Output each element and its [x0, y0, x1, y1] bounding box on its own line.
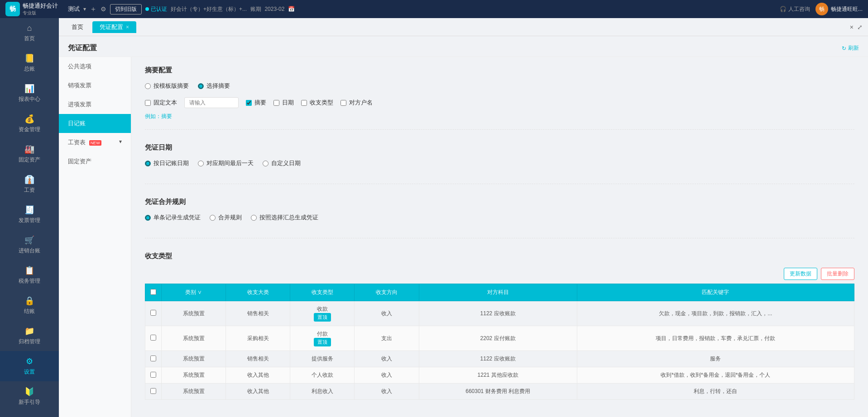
fund-icon: 💰: [24, 114, 34, 124]
row-checkbox[interactable]: [150, 388, 156, 394]
row-checkbox[interactable]: [150, 355, 156, 361]
custom-date-radio[interactable]: 自定义日期: [263, 159, 301, 167]
sidebar-item-assets[interactable]: 🏭 固定资产: [0, 139, 59, 169]
summary-template-radio[interactable]: 按模板版摘要: [145, 82, 189, 90]
select-total-radio[interactable]: 按照选择汇总生成凭证: [251, 213, 318, 222]
sub-nav-sales-invoice[interactable]: 销项发票: [59, 76, 131, 95]
sub-nav-public[interactable]: 公共选项: [59, 57, 131, 76]
sidebar-item-home[interactable]: ⌂ 首页: [0, 18, 59, 48]
sidebar-item-member[interactable]: 👑 畅会员: [0, 412, 59, 417]
company-dropdown-icon[interactable]: ▾: [83, 6, 86, 12]
sub-nav-salary-table[interactable]: 工资表 NEW ▾: [59, 133, 131, 152]
table-header-row: 更新数据 批量删除: [145, 268, 854, 280]
sidebar-item-settings[interactable]: ⚙ 设置: [0, 351, 59, 381]
income-type-title: 收支类型: [145, 252, 854, 261]
topbar: 畅 畅捷通好会计 专业版 测试 ▾ ＋ ⚙ 切到旧版 已认证 好会计（专）+好生…: [0, 0, 868, 18]
pin-button[interactable]: 置顶: [314, 338, 331, 346]
summary-config-section: 摘要配置 按模板版摘要 选择摘要: [145, 66, 854, 130]
user-menu[interactable]: 畅 畅捷通旺旺...: [815, 3, 863, 15]
row-account: 1122 应收账款: [419, 301, 577, 326]
row-direction: 收入: [355, 384, 419, 400]
merge-rule-radio[interactable]: 合并规则: [210, 213, 242, 222]
page-title: 凭证配置: [68, 43, 97, 53]
sidebar-item-invoice-mgmt[interactable]: 🧾 发票管理: [0, 199, 59, 230]
row-keywords: 服务: [577, 351, 854, 367]
summary-checkbox[interactable]: 摘要: [246, 99, 266, 107]
company-name: 测试: [68, 5, 80, 13]
status-badge: 已认证: [145, 5, 167, 13]
sub-nav-purchase-invoice[interactable]: 进项发票: [59, 95, 131, 114]
fixed-text-checkbox[interactable]: 固定文本: [145, 99, 177, 107]
table-header-major: 收支大类: [226, 284, 290, 301]
merge-rules-radio-group: 单条记录生成凭证 合并规则 按照选择汇总生成凭证: [145, 213, 854, 222]
sidebar-item-archive[interactable]: 📁 归档管理: [0, 321, 59, 351]
voucher-date-title: 凭证日期: [145, 143, 854, 152]
assets-icon: 🏭: [24, 144, 34, 154]
voucher-date-radio-group: 按日记账日期 对应期间最后一天 自定义日期: [145, 159, 854, 167]
row-checkbox[interactable]: [150, 335, 156, 341]
period-last-radio[interactable]: 对应期间最后一天: [198, 159, 254, 167]
tab-voucher-config[interactable]: 凭证配置 ×: [92, 21, 136, 33]
summary-checkbox-row: 固定文本 摘要 日期 收支类型: [145, 97, 854, 108]
content-area: 首页 凭证配置 × × ⤢ 凭证配置 ↻ 刷新 公共选项: [59, 18, 868, 417]
add-icon[interactable]: ＋: [90, 5, 97, 14]
expand-window-button[interactable]: ⤢: [857, 24, 863, 31]
row-direction: 收入: [355, 367, 419, 384]
row-major: 销售相关: [226, 301, 290, 326]
sidebar-item-ledger[interactable]: 📒 总账: [0, 48, 59, 78]
row-major: 采购相关: [226, 326, 290, 351]
counterpart-checkbox[interactable]: 对方户名: [340, 99, 373, 107]
row-type: 收款 置顶: [290, 301, 355, 326]
row-checkbox[interactable]: [150, 310, 156, 316]
row-checkbox-cell: [145, 326, 162, 351]
sidebar-item-fund[interactable]: 💰 资金管理: [0, 109, 59, 139]
summary-select-radio[interactable]: 选择摘要: [198, 82, 230, 90]
row-category: 系统预置: [162, 367, 226, 384]
table-header-category: 类别 ∨: [162, 284, 226, 301]
accounting-info: 好会计（专）+好生意（标）+...: [171, 5, 247, 13]
sidebar-item-report[interactable]: 📊 报表中心: [0, 78, 59, 109]
row-type: 个人收款: [290, 367, 355, 384]
tax-icon: 📋: [24, 265, 34, 275]
journal-date-radio[interactable]: 按日记账日期: [145, 159, 189, 167]
update-data-button[interactable]: 更新数据: [784, 268, 817, 280]
salary-icon: 👔: [24, 175, 34, 185]
calendar-icon[interactable]: 📅: [288, 6, 295, 12]
sidebar-item-salary[interactable]: 👔 工资: [0, 169, 59, 199]
gear-icon[interactable]: ⚙: [101, 5, 106, 13]
refresh-button[interactable]: ↻ 刷新: [842, 44, 859, 52]
sub-nav-fixed-assets[interactable]: 固定资产: [59, 152, 131, 171]
row-major: 收入其他: [226, 367, 290, 384]
pin-button[interactable]: 置顶: [314, 313, 331, 322]
tab-home[interactable]: 首页: [64, 21, 91, 33]
switch-version-button[interactable]: 切到旧版: [110, 4, 142, 14]
sidebar-item-guide[interactable]: 🔰 新手引导: [0, 381, 59, 412]
service-button[interactable]: 🎧 人工咨询: [780, 5, 810, 13]
batch-delete-button[interactable]: 批量删除: [821, 268, 854, 280]
summary-radio-group: 按模板版摘要 选择摘要: [145, 82, 854, 90]
summary-config-title: 摘要配置: [145, 66, 854, 75]
main-layout: ⌂ 首页 📒 总账 📊 报表中心 💰 资金管理 🏭 固定资产 👔 工资 🧾 发票…: [0, 18, 868, 417]
tab-close-icon[interactable]: ×: [126, 24, 129, 30]
row-account: 660301 财务费用 利息费用: [419, 384, 577, 400]
row-checkbox[interactable]: [150, 372, 156, 378]
refresh-icon: ↻: [842, 45, 846, 52]
row-keywords: 欠款，现金，项目款，到款，报销款，汇入，...: [577, 301, 854, 326]
page-header: 凭证配置 ↻ 刷新: [59, 36, 868, 57]
sidebar-item-close[interactable]: 🔒 结账: [0, 290, 59, 321]
sidebar-item-tax[interactable]: 📋 税务管理: [0, 260, 59, 290]
row-category: 系统预置: [162, 384, 226, 400]
date-checkbox[interactable]: 日期: [273, 99, 294, 107]
sidebar-item-purchase[interactable]: 🛒 进销台账: [0, 230, 59, 260]
sub-nav-journal[interactable]: 日记账: [59, 114, 131, 133]
tab-bar: 首页 凭证配置 × × ⤢: [59, 18, 868, 36]
fixed-text-input[interactable]: [184, 97, 239, 108]
income-type-checkbox[interactable]: 收支类型: [301, 99, 333, 107]
single-record-radio[interactable]: 单条记录生成凭证: [145, 213, 201, 222]
close-window-button[interactable]: ×: [850, 24, 854, 31]
income-type-section: 收支类型 更新数据 批量删除 类别 ∨ 收支大类: [145, 252, 854, 400]
new-badge: NEW: [89, 140, 101, 146]
select-all-checkbox[interactable]: [150, 289, 156, 295]
table-row: 系统预置 收入其他 个人收款 收入 1221 其他应收款 收到*借款，收到*备用…: [145, 367, 854, 384]
headset-icon: 🎧: [780, 6, 786, 12]
